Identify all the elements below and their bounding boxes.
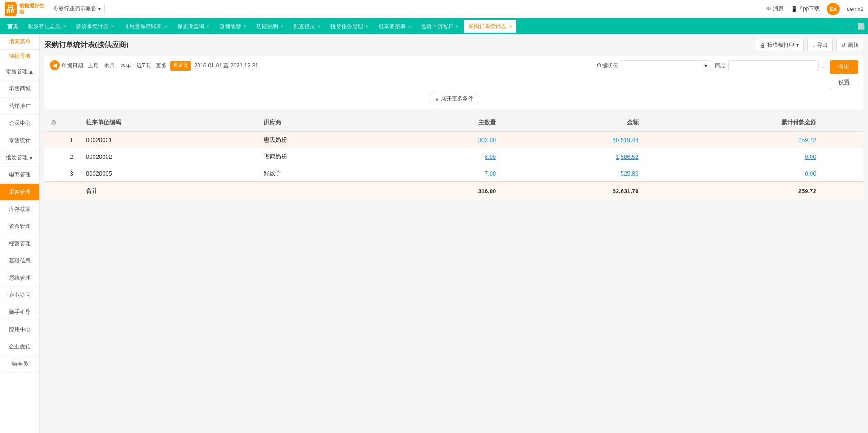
qty-link[interactable]: 7.00 <box>485 170 496 177</box>
table-row: 3 00020005 好孩子 7.00 525.80 0.00 <box>44 165 863 182</box>
close-icon[interactable]: × <box>207 24 210 29</box>
sidebar-item-purchase-mgmt[interactable]: 采购管理 <box>0 184 39 201</box>
close-icon[interactable]: × <box>456 24 459 29</box>
sidebar-item-operations[interactable]: 经营管理 <box>0 235 39 252</box>
settings-button[interactable]: 设置 <box>830 76 858 89</box>
date-btn-this-year[interactable]: 本年 <box>118 61 133 71</box>
sidebar-item-retail-stats[interactable]: 零售统计 <box>0 132 39 149</box>
cell-supplier: 好孩子 <box>258 165 391 182</box>
sidebar-item-enterprise[interactable]: 企业协同 <box>0 287 39 304</box>
date-btn-this-month[interactable]: 本月 <box>102 61 117 71</box>
cell-settings <box>44 132 62 148</box>
arrow-icon: ▼ <box>28 155 34 161</box>
sidebar-item-system[interactable]: 系统管理 <box>0 270 39 287</box>
footer-empty-1 <box>44 182 62 200</box>
export-button[interactable]: ↓ 导出 <box>807 39 833 51</box>
cell-qty: 303.00 <box>391 132 502 148</box>
close-icon[interactable]: × <box>63 24 66 29</box>
sidebar-item-inventory[interactable]: 库存核算 <box>0 201 39 218</box>
tab-6[interactable]: 功能说明 × <box>252 20 288 33</box>
cell-index: 3 <box>62 165 80 182</box>
query-button[interactable]: 查询 <box>830 60 858 74</box>
paid-link[interactable]: 0.00 <box>805 170 816 177</box>
paid-link[interactable]: 259.72 <box>798 137 816 143</box>
sidebar-item-basics[interactable]: 基础信息 <box>0 252 39 270</box>
sidebar-item-member2[interactable]: 畅会员 <box>0 356 39 373</box>
app-download-button[interactable]: 📱 App下载 <box>791 5 820 13</box>
filter-toggle-btn[interactable]: ◀ <box>50 60 61 70</box>
cell-amount: 1,586.52 <box>501 148 644 165</box>
status-label: 单据状态 <box>596 62 618 70</box>
paid-link[interactable]: 0.00 <box>805 153 816 160</box>
status-select[interactable]: ▾ <box>621 60 711 71</box>
sidebar-search[interactable]: 搜索菜单 <box>0 34 39 50</box>
table-row: 2 00020002 飞鹤奶粉 6.00 1,586.52 0.00 <box>44 148 863 165</box>
goods-input[interactable] <box>728 60 819 71</box>
tab-home[interactable]: 首页 <box>3 20 23 33</box>
close-icon[interactable]: × <box>509 24 512 29</box>
filter-main-row: ◀ 单据日期 上月 本月 本年 近7天 更多 自定义 <box>50 60 858 89</box>
more-options-icon[interactable]: ... <box>821 62 826 69</box>
amount-link[interactable]: 525.80 <box>621 170 639 177</box>
amount-link[interactable]: 60,519.44 <box>613 137 639 143</box>
footer-label: 合计 <box>80 182 391 200</box>
sidebar-item-guide[interactable]: 新手引导 <box>0 304 39 321</box>
tab-2[interactable]: 要货单统计表 × <box>71 20 118 33</box>
window-controls: — ⬜ <box>844 22 865 31</box>
close-icon[interactable]: × <box>281 24 283 29</box>
refresh-button[interactable]: ↺ 刷新 <box>836 39 863 51</box>
tab-7[interactable]: 配置信息 × <box>289 20 325 33</box>
tab-1[interactable]: 收发存汇总表 × <box>24 20 71 33</box>
qty-link[interactable]: 6.00 <box>485 153 496 160</box>
tab-10[interactable]: 邀请下游客户 × <box>416 20 463 33</box>
tab-5[interactable]: 超储预警 × <box>215 20 251 33</box>
sidebar-quick-nav[interactable]: 快捷导航 <box>0 50 39 63</box>
date-btn-prev-month[interactable]: 上月 <box>86 61 100 71</box>
goods-label: 商品 <box>715 62 726 70</box>
message-button[interactable]: ✉ 消息 <box>766 5 783 13</box>
logo-text: 畅捷通好生意 <box>19 3 44 14</box>
sidebar-item-finance[interactable]: 资金管理 <box>0 218 39 235</box>
table-area: ⚙ 往来单位编码 供应商 主数量 金额 累计付款金额 1 <box>44 114 863 200</box>
username-label[interactable]: demo2 <box>847 6 863 12</box>
tab-3[interactable]: 可用量库存账本 × <box>119 20 172 33</box>
qty-link[interactable]: 303.00 <box>478 137 496 143</box>
sidebar-item-apps[interactable]: 应用中心 <box>0 321 39 338</box>
message-icon: ✉ <box>766 6 771 12</box>
sidebar-item-retail-shop[interactable]: 零售商城 <box>0 81 39 98</box>
goods-filter: 商品 ... <box>715 60 826 71</box>
sidebar-item-marketing[interactable]: 营销推广 <box>0 98 39 115</box>
sidebar-item-wholesale-mgmt[interactable]: 批发管理 ▼ <box>0 149 39 167</box>
close-icon[interactable]: × <box>244 24 246 29</box>
print-icon: 🖨 <box>760 42 765 48</box>
date-custom-tag[interactable]: 自定义 <box>170 61 191 71</box>
close-icon[interactable]: × <box>111 24 114 29</box>
minimize-button[interactable]: — <box>844 22 854 31</box>
date-btn-7days[interactable]: 近7天 <box>135 61 152 71</box>
date-range-display: 2016-01-01 至 2023-12-31 <box>194 62 258 70</box>
col-supplier: 供应商 <box>258 114 391 132</box>
expand-conditions-button[interactable]: ∨ 展开更多条件 <box>429 93 479 105</box>
print-button[interactable]: 🖨 按模板打印 ▾ <box>755 39 804 51</box>
sidebar-item-member[interactable]: 会员中心 <box>0 115 39 132</box>
sidebar-item-ecommerce[interactable]: 电商管理 <box>0 167 39 184</box>
close-icon[interactable]: × <box>408 24 411 29</box>
maximize-button[interactable]: ⬜ <box>856 22 865 31</box>
close-icon[interactable]: × <box>165 24 167 29</box>
tab-4[interactable]: 保质期查询 × <box>173 20 214 33</box>
date-btn-more[interactable]: 更多 <box>154 61 169 71</box>
tab-11[interactable]: 采购订单统计表 × <box>464 20 516 33</box>
sidebar-item-wechat[interactable]: 企业微信 <box>0 338 39 356</box>
tab-8[interactable]: 拣货任务管理 × <box>326 20 373 33</box>
sidebar-item-retail-mgmt[interactable]: 零售管理 ▲ <box>0 63 39 81</box>
tab-9[interactable]: 成本调整单 × <box>374 20 415 33</box>
status-filter: 单据状态 ▾ <box>596 60 711 71</box>
amount-link[interactable]: 1,586.52 <box>616 153 639 160</box>
avatar[interactable]: Ea <box>827 3 840 15</box>
cell-qty: 6.00 <box>391 148 502 165</box>
close-icon[interactable]: × <box>318 24 321 29</box>
settings-icon[interactable]: ⚙ <box>51 119 57 126</box>
breadcrumb-select[interactable]: 母婴行业演示账套 ▾ <box>49 4 105 14</box>
close-icon[interactable]: × <box>366 24 368 29</box>
collapse-icon[interactable]: ◀ <box>50 60 60 70</box>
